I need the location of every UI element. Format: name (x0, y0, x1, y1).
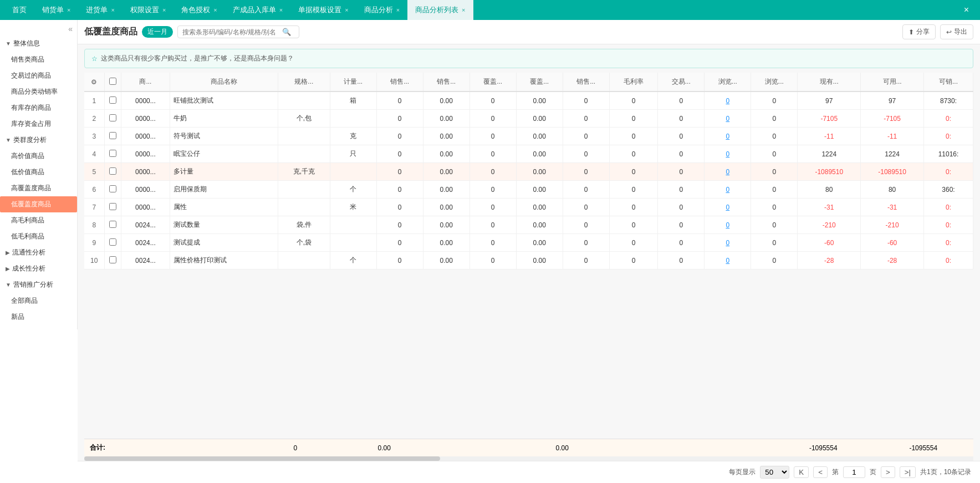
sidebar-item-stocked-goods[interactable]: 有库存的商品 (0, 100, 77, 116)
row-view1[interactable]: 0 (705, 91, 751, 110)
next-page-button[interactable]: > (881, 466, 895, 478)
row-select-checkbox[interactable] (109, 185, 116, 192)
row-select-checkbox[interactable] (109, 221, 116, 228)
row-view1[interactable]: 0 (705, 110, 751, 128)
settings-icon[interactable]: ⚙ (91, 78, 97, 86)
pagination: 每页显示 50 100 200 K < 第 页 > >| 共1页，10条记录 (78, 461, 980, 483)
nav-roles[interactable]: 角色授权 × (173, 0, 224, 20)
nav-product-close[interactable]: × (279, 7, 283, 13)
nav-sales[interactable]: 销货单 × (34, 0, 78, 20)
sidebar-item-high-value[interactable]: 高价值商品 (0, 148, 77, 164)
col-settings[interactable]: ⚙ (84, 73, 104, 91)
sidebar-section-overview[interactable]: ▼ 整体信息 (0, 35, 77, 52)
first-page-button[interactable]: K (794, 466, 809, 478)
col-sales1: 销售... (376, 73, 423, 91)
sidebar-section-marketing[interactable]: ▼ 营销推广分析 (0, 277, 77, 293)
row-checkbox[interactable] (104, 199, 121, 216)
row-cover2: 0.00 (516, 145, 563, 163)
row-select-checkbox[interactable] (109, 150, 116, 157)
row-checkbox[interactable] (104, 216, 121, 234)
row-sales2: 0.00 (423, 145, 469, 163)
period-button[interactable]: 近一月 (142, 26, 173, 38)
select-all-checkbox[interactable] (109, 78, 116, 85)
row-select-checkbox[interactable] (109, 256, 116, 263)
row-select-checkbox[interactable] (109, 96, 116, 104)
row-view1[interactable]: 0 (705, 145, 751, 163)
sidebar-section-growth[interactable]: ▶ 成长性分析 (0, 261, 77, 277)
page-number-input[interactable] (843, 466, 865, 478)
prev-page-button[interactable]: < (813, 466, 828, 478)
nav-permissions[interactable]: 权限设置 × (122, 0, 173, 20)
nav-sales-close[interactable]: × (67, 7, 70, 13)
sidebar-item-traded-goods[interactable]: 交易过的商品 (0, 68, 77, 84)
nav-analysis-close[interactable]: × (396, 7, 400, 13)
row-view1[interactable]: 0 (705, 128, 751, 145)
nav-product-inbound[interactable]: 产成品入库单 × (225, 0, 290, 20)
sidebar-section-cluster[interactable]: ▼ 类群度分析 (0, 132, 77, 148)
export-button[interactable]: ↩ 导出 (940, 24, 973, 39)
nav-close-all[interactable]: × (957, 5, 976, 15)
sidebar-item-category-rate[interactable]: 商品分类动销率 (0, 84, 77, 100)
row-select-checkbox[interactable] (109, 167, 116, 175)
last-page-button[interactable]: >| (900, 466, 916, 478)
row-checkbox[interactable] (104, 252, 121, 270)
row-view2: 0 (751, 163, 798, 181)
share-button[interactable]: ⬆ 分享 (902, 24, 936, 39)
horizontal-scrollbar[interactable] (84, 456, 973, 461)
sidebar-section-liquidity[interactable]: ▶ 流通性分析 (0, 245, 77, 261)
info-icon: ☆ (91, 55, 98, 63)
nav-home[interactable]: 首页 (4, 0, 34, 20)
row-checkbox[interactable] (104, 181, 121, 199)
sidebar-item-high-coverage[interactable]: 高覆盖度商品 (0, 180, 77, 196)
nav-product-analysis-list[interactable]: 商品分析列表 × (407, 0, 473, 20)
sidebar-item-low-profit[interactable]: 低毛利商品 (0, 228, 77, 245)
search-input[interactable] (182, 28, 282, 36)
row-select-checkbox[interactable] (109, 238, 116, 246)
nav-permissions-close[interactable]: × (162, 7, 166, 13)
row-cover2: 0.00 (516, 252, 563, 270)
sidebar-item-all-goods[interactable]: 全部商品 (0, 293, 77, 309)
row-num: 6 (84, 181, 104, 199)
sidebar-item-low-value[interactable]: 低价值商品 (0, 164, 77, 180)
sidebar-item-high-profit[interactable]: 高毛利商品 (0, 212, 77, 228)
row-trade: 0 (658, 163, 705, 181)
row-stock2: -1089510 (861, 163, 924, 181)
row-select-checkbox[interactable] (109, 203, 116, 210)
row-view2: 0 (751, 181, 798, 199)
nav-template-close[interactable]: × (345, 7, 348, 13)
row-view1[interactable]: 0 (705, 252, 751, 270)
row-stock2: -60 (861, 234, 924, 252)
sidebar-item-inventory-funds[interactable]: 库存资金占用 (0, 116, 77, 132)
row-view1[interactable]: 0 (705, 234, 751, 252)
row-checkbox[interactable] (104, 91, 121, 110)
nav-product-analysis[interactable]: 商品分析 × (356, 0, 407, 20)
col-checkbox[interactable] (104, 73, 121, 91)
col-code: 商... (121, 73, 170, 91)
sidebar-collapse-button[interactable]: « (68, 24, 73, 33)
row-stock2: -28 (861, 252, 924, 270)
row-checkbox[interactable] (104, 234, 121, 252)
row-checkbox[interactable] (104, 163, 121, 181)
sidebar-item-sales-goods[interactable]: 销售类商品 (0, 52, 77, 68)
nav-purchase-close[interactable]: × (111, 7, 114, 13)
sidebar-item-new-goods[interactable]: 新品 (0, 309, 77, 325)
nav-analysis-list-close[interactable]: × (462, 7, 465, 13)
row-checkbox[interactable] (104, 110, 121, 128)
row-select-checkbox[interactable] (109, 132, 116, 139)
row-view1[interactable]: 0 (705, 199, 751, 216)
row-checkbox[interactable] (104, 128, 121, 145)
row-view1[interactable]: 0 (705, 181, 751, 199)
sidebar-item-low-coverage[interactable]: 低覆盖度商品 (0, 196, 77, 212)
row-view1[interactable]: 0 (705, 163, 751, 181)
per-page-select[interactable]: 50 100 200 (760, 466, 789, 479)
row-unit: 克 (330, 128, 376, 145)
nav-template[interactable]: 单据模板设置 × (290, 0, 356, 20)
row-view1[interactable]: 0 (705, 216, 751, 234)
col-sellable: 可销... (924, 73, 973, 91)
row-checkbox[interactable] (104, 145, 121, 163)
col-cover1: 覆盖... (469, 73, 516, 91)
nav-purchase[interactable]: 进货单 × (78, 0, 122, 20)
row-select-checkbox[interactable] (109, 114, 116, 121)
nav-roles-close[interactable]: × (213, 7, 217, 13)
row-cover1: 0 (469, 252, 516, 270)
